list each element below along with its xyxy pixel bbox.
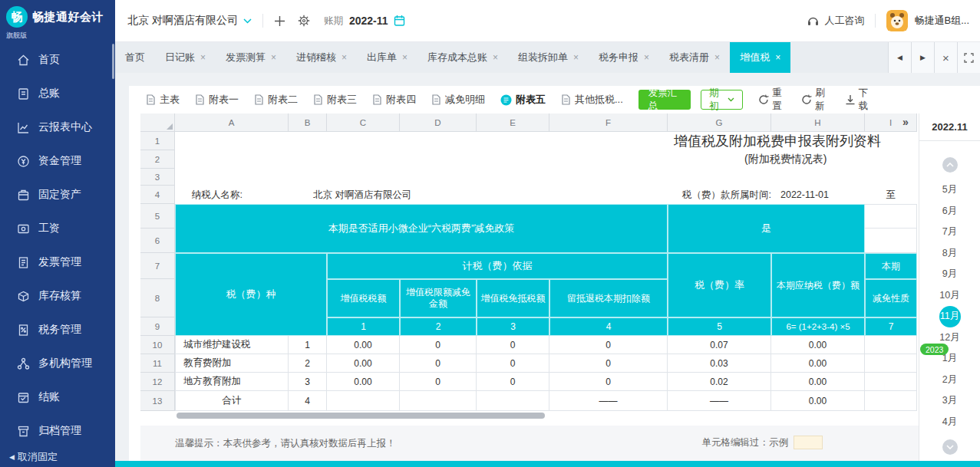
sheet-cell[interactable] xyxy=(327,391,400,411)
close-all-tabs-button[interactable]: × xyxy=(934,42,957,73)
sheet-cell[interactable]: 0 xyxy=(400,373,477,391)
month-item[interactable]: 10月 xyxy=(919,285,980,307)
invoice-summary-button[interactable]: 发票汇总 xyxy=(638,90,691,110)
select-all-corner[interactable] xyxy=(140,113,175,132)
sheet-cell[interactable]: 0.03 xyxy=(668,354,771,373)
row-number[interactable]: 8 xyxy=(140,279,175,317)
sidebar-item-funds[interactable]: 资金管理 xyxy=(0,144,115,178)
sheet-cell[interactable] xyxy=(865,229,917,253)
row-number[interactable]: 2 xyxy=(140,150,175,169)
sidebar-item-cloud-reports[interactable]: 云报表中心 xyxy=(0,110,115,144)
sheet-cell[interactable]: 0.00 xyxy=(327,373,400,391)
opening-balance-button[interactable]: 期初 xyxy=(701,90,743,110)
close-tab-icon[interactable]: × xyxy=(714,52,720,63)
month-item[interactable]: 7月 xyxy=(919,222,980,243)
reset-button[interactable]: 重置 xyxy=(758,87,786,113)
unpin-sidebar-button[interactable]: ◀ 取消固定 xyxy=(9,450,58,464)
company-selector[interactable]: 北京 对啊酒店有限公司 xyxy=(127,14,238,28)
row-number[interactable]: 9 xyxy=(140,317,175,336)
tax-name-cell[interactable]: 教育费附加 xyxy=(175,354,289,373)
row-number[interactable]: 10 xyxy=(140,336,175,354)
scroll-months-up-button[interactable] xyxy=(942,157,958,173)
row-number[interactable]: 13 xyxy=(140,391,175,411)
form-tab-appendix1[interactable]: 附表一 xyxy=(195,93,239,107)
tax-name-cell[interactable]: 地方教育附加 xyxy=(175,373,289,391)
sidebar-item-general-ledger[interactable]: 总账 xyxy=(0,77,115,110)
sheet-cell[interactable]: 0 xyxy=(549,354,668,373)
sheet-cell[interactable]: 0.00 xyxy=(327,354,400,373)
month-item[interactable]: 2月 xyxy=(919,370,980,391)
month-item[interactable]: 4月 xyxy=(919,412,980,433)
close-tab-icon[interactable]: × xyxy=(644,52,649,63)
close-tab-icon[interactable]: × xyxy=(342,52,347,63)
sheet-cell[interactable] xyxy=(400,391,477,411)
row-number[interactable]: 12 xyxy=(140,373,175,391)
tax-period-start[interactable]: 2022-11-01 xyxy=(771,186,865,204)
sidebar-item-fixed-assets[interactable]: 固定资产 xyxy=(0,178,115,212)
sheet-cell[interactable]: —— xyxy=(549,391,668,411)
column-header[interactable]: E xyxy=(477,113,549,132)
fullscreen-icon[interactable] xyxy=(957,42,980,73)
sidebar-item-archive[interactable]: 归档管理 xyxy=(0,414,115,448)
period-value[interactable]: 2022-11 xyxy=(349,15,388,27)
row-number[interactable]: 5 xyxy=(140,204,175,229)
sheet-cell[interactable]: 0.02 xyxy=(668,373,771,391)
calendar-icon[interactable] xyxy=(394,15,405,27)
sheet-cell[interactable]: 0.00 xyxy=(327,336,400,354)
column-header[interactable]: G xyxy=(668,113,771,132)
sheet-cell[interactable]: 0.00 xyxy=(771,354,865,373)
sheet-cell[interactable]: 4 xyxy=(289,391,327,411)
user-name[interactable]: 畅捷通B组... xyxy=(914,14,969,28)
form-tab-main[interactable]: 主表 xyxy=(146,93,180,107)
month-item[interactable]: 6月 xyxy=(919,201,980,222)
total-label-cell[interactable]: 合计 xyxy=(175,391,289,411)
column-header[interactable]: D xyxy=(400,113,477,132)
chevron-down-icon[interactable] xyxy=(243,18,252,24)
column-header[interactable]: A xyxy=(175,113,289,132)
sheet-cell[interactable]: 0.00 xyxy=(771,336,865,354)
column-header[interactable]: I xyxy=(865,113,917,132)
user-avatar[interactable] xyxy=(886,10,908,31)
tab-tax-filing[interactable]: 税务申报× xyxy=(589,42,659,73)
sheet-cell[interactable] xyxy=(865,391,917,411)
sheet-cell[interactable]: 0.07 xyxy=(668,336,771,354)
refresh-button[interactable]: 刷新 xyxy=(801,87,829,113)
sidebar-item-invoices[interactable]: 发票管理 xyxy=(0,245,115,279)
sheet-cell[interactable]: 0 xyxy=(549,336,668,354)
collapse-month-panel-icon[interactable]: » xyxy=(902,116,909,128)
row-number[interactable]: 4 xyxy=(140,186,175,204)
scroll-tabs-right-button[interactable]: ▶ xyxy=(911,42,934,73)
sidebar-item-home[interactable]: 首页 xyxy=(0,43,115,77)
tab-assembly[interactable]: 组装拆卸单× xyxy=(508,42,589,73)
form-tab-appendix3[interactable]: 附表三 xyxy=(313,93,357,107)
sheet-cell[interactable]: 0.00 xyxy=(771,391,865,411)
sidebar-item-closing[interactable]: 结账 xyxy=(0,380,115,414)
column-header[interactable]: F xyxy=(549,113,668,132)
column-header[interactable]: C xyxy=(327,113,400,132)
row-number[interactable]: 11 xyxy=(140,354,175,373)
form-tab-appendix2[interactable]: 附表二 xyxy=(254,93,298,107)
sidebar-scrollbar[interactable] xyxy=(112,44,114,79)
tax-name-cell[interactable]: 城市维护建设税 xyxy=(175,336,289,354)
policy-answer-cell[interactable]: 是 xyxy=(668,204,865,253)
scroll-tabs-left-button[interactable]: ◀ xyxy=(888,42,911,73)
gear-icon[interactable] xyxy=(298,15,310,27)
month-item[interactable]: 9月 xyxy=(919,264,980,285)
tab-invoice-calc[interactable]: 发票测算× xyxy=(216,42,286,73)
tab-journal[interactable]: 日记账× xyxy=(155,42,216,73)
download-button[interactable]: 下载 xyxy=(845,87,873,113)
close-tab-icon[interactable]: × xyxy=(200,52,206,63)
close-tab-icon[interactable]: × xyxy=(271,52,276,63)
sheet-cell[interactable]: 0 xyxy=(477,336,549,354)
support-consult-button[interactable]: 人工咨询 xyxy=(807,14,864,28)
sheet-cell[interactable]: 1 xyxy=(289,336,327,354)
add-icon[interactable] xyxy=(274,15,285,27)
form-tab-other-deduction[interactable]: 其他抵税... xyxy=(561,93,623,107)
sidebar-item-tax[interactable]: 税务管理 xyxy=(0,313,115,347)
tab-purchase-audit[interactable]: 进销稽核× xyxy=(286,42,357,73)
tab-inventory-cost[interactable]: 库存成本总账× xyxy=(417,42,508,73)
month-item[interactable]: 8月 xyxy=(919,243,980,265)
tab-vat-active[interactable]: 增值税× xyxy=(730,42,790,73)
sheet-cell[interactable]: 0 xyxy=(477,354,549,373)
close-tab-icon[interactable]: × xyxy=(493,52,498,63)
